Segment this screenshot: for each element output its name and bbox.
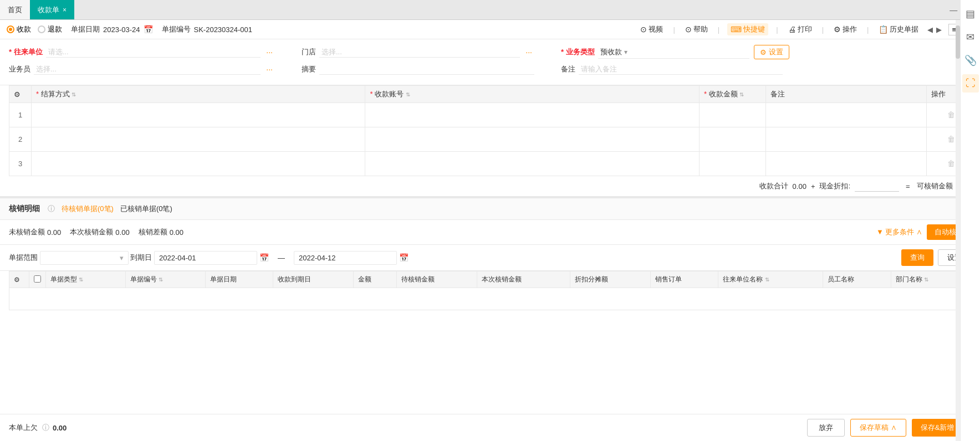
uncleared-item: 未核销金额 0.00: [9, 227, 61, 237]
date-icon[interactable]: 📅: [144, 25, 153, 34]
settlement-cell-3[interactable]: [32, 152, 365, 176]
save-draft-label: 保存草稿 ∧: [860, 423, 897, 433]
amount-cell-1[interactable]: [699, 103, 765, 127]
print-icon: 🖨: [788, 25, 796, 34]
bottom-info: 本单上欠 ⓘ 0.00: [9, 423, 67, 433]
settings-label: 设置: [769, 47, 783, 57]
summary-input[interactable]: [319, 64, 534, 75]
business-type-label: * 业务类型: [561, 47, 595, 57]
account-cell-1[interactable]: [365, 103, 699, 127]
account-cell-2[interactable]: [365, 127, 699, 152]
sidebar-email-icon[interactable]: ✉: [963, 28, 978, 47]
sidebar-expand-icon[interactable]: ⛶: [962, 74, 979, 93]
business-type-select[interactable]: 预收款: [598, 46, 749, 59]
detail-th-due: 收款到期日: [273, 271, 354, 288]
settings-button[interactable]: ⚙ 设置: [754, 45, 789, 59]
nav-prev-icon[interactable]: ◀: [926, 24, 934, 35]
minimize-icon[interactable]: —: [950, 6, 957, 14]
detail-th-type: 单据类型 ⇅: [46, 271, 126, 288]
due-end-input[interactable]: [294, 251, 397, 265]
row-num-1: 1: [9, 103, 32, 127]
save-draft-button[interactable]: 保存草稿 ∧: [850, 419, 906, 437]
account-cell-3[interactable]: [365, 152, 699, 176]
discount-label: 现金折扣:: [819, 181, 850, 191]
tab-collection[interactable]: 收款单 ×: [30, 0, 74, 19]
th-settings[interactable]: ⚙: [9, 86, 32, 103]
table-row: 3 🗑 ⧉: [9, 152, 971, 176]
scrollbar-thumb[interactable]: [956, 25, 960, 59]
delete-row-1-icon[interactable]: 🗑: [947, 110, 955, 119]
counterparty-field: * 往来单位 ···: [9, 47, 275, 58]
th-settlement: * 结算方式 ⇅: [32, 86, 365, 103]
completed-tab[interactable]: 已核销单据(0笔): [120, 204, 172, 214]
uncleared-label: 未核销金额: [9, 227, 45, 237]
settlement-cell-1[interactable]: [32, 103, 365, 127]
due-start-input[interactable]: [154, 251, 257, 265]
detail-th-discount: 折扣分摊额: [570, 271, 650, 288]
sidebar-attach-icon[interactable]: 📎: [961, 51, 980, 70]
delete-row-2-icon[interactable]: 🗑: [947, 135, 955, 143]
delete-row-3-icon[interactable]: 🗑: [947, 159, 955, 168]
query-button[interactable]: 查询: [901, 249, 933, 266]
discount-input[interactable]: [855, 181, 899, 192]
due-label: 到期日: [130, 253, 152, 263]
abandon-button[interactable]: 放弃: [807, 419, 845, 437]
print-label: 打印: [798, 24, 812, 34]
settlement-cell-2[interactable]: [32, 127, 365, 152]
store-input[interactable]: [319, 47, 520, 58]
writeoff-info-icon[interactable]: ⓘ: [48, 204, 55, 214]
counterparty-more-btn[interactable]: ···: [264, 48, 275, 57]
print-btn[interactable]: 🖨 打印: [786, 23, 814, 35]
table-row: 1 🗑 ⧉: [9, 103, 971, 127]
pending-tab[interactable]: 待核销单据(0笔): [62, 204, 114, 214]
detail-table-wrapper: ⚙ 单据类型 ⇅ 单据编号 ⇅ 单据日期 收款到期日 金额 待核销金额 本次核销…: [0, 271, 980, 310]
remark-cell-2[interactable]: [765, 127, 926, 152]
detail-th-settings[interactable]: ⚙: [9, 271, 29, 288]
table-area: ⚙ * 结算方式 ⇅ * 收款账号 ⇅ * 收款金额 ⇅ 备注: [0, 85, 980, 176]
radio-refund[interactable]: 退款: [38, 24, 62, 34]
range-select[interactable]: [40, 251, 129, 265]
amount-cell-2[interactable]: [699, 127, 765, 152]
sort-settlement-icon[interactable]: ⇅: [72, 91, 76, 98]
video-btn[interactable]: ⊙ 视频: [638, 23, 665, 35]
th-remark: 备注: [765, 86, 926, 103]
due-end-cal-icon[interactable]: 📅: [399, 253, 409, 262]
staff-input[interactable]: [34, 64, 261, 75]
sidebar-table-icon[interactable]: ▤: [962, 4, 978, 23]
remark-cell-3[interactable]: [765, 152, 926, 176]
due-start-cal-icon[interactable]: 📅: [259, 253, 269, 262]
tab-collection-label: 收款单: [38, 5, 59, 15]
bottom-info-icon[interactable]: ⓘ: [42, 423, 49, 433]
nav-next-icon[interactable]: ▶: [935, 24, 943, 35]
store-more-btn[interactable]: ···: [523, 48, 534, 57]
history-btn[interactable]: 📋 历史单据: [876, 23, 921, 35]
shortcut-btn[interactable]: ⌨ 快捷键: [727, 23, 768, 35]
tab-home[interactable]: 首页: [0, 0, 30, 19]
history-label: 历史单据: [890, 24, 918, 34]
counterparty-input[interactable]: [46, 47, 261, 58]
operation-btn[interactable]: ⚙ 操作: [831, 23, 859, 35]
detail-th-sales: 销售订单: [650, 271, 718, 288]
business-type-value: 预收款: [600, 47, 622, 57]
detail-table: ⚙ 单据类型 ⇅ 单据编号 ⇅ 单据日期 收款到期日 金额 待核销金额 本次核销…: [9, 271, 971, 310]
remark-cell-1[interactable]: [765, 103, 926, 127]
sort-account-icon[interactable]: ⇅: [406, 91, 410, 98]
more-conditions-btn[interactable]: ▼ 更多条件 ∧: [876, 227, 922, 237]
nav-arrows: ◀ ▶: [926, 24, 943, 35]
help-btn[interactable]: ⊙ 帮助: [683, 23, 710, 35]
radio-collection[interactable]: 收款: [7, 24, 31, 34]
writeoff-section-header: 核销明细 ⓘ 待核销单据(0笔) 已核销单据(0笔): [0, 197, 980, 220]
help-icon: ⊙: [685, 25, 692, 34]
tab-home-label: 首页: [8, 5, 22, 15]
detail-select-all-checkbox[interactable]: [34, 275, 41, 283]
table-row: 2 🗑 ⧉: [9, 127, 971, 152]
tab-close-icon[interactable]: ×: [63, 6, 67, 14]
remarks-input[interactable]: [579, 64, 783, 75]
staff-label: 业务员: [9, 64, 30, 74]
sort-amount-icon[interactable]: ⇅: [739, 91, 744, 98]
diff-label: 核销差额: [139, 227, 167, 237]
staff-more-btn[interactable]: ···: [264, 65, 275, 74]
date-separator: —: [278, 254, 285, 262]
amount-cell-3[interactable]: [699, 152, 765, 176]
number-value: SK-20230324-001: [194, 25, 253, 34]
